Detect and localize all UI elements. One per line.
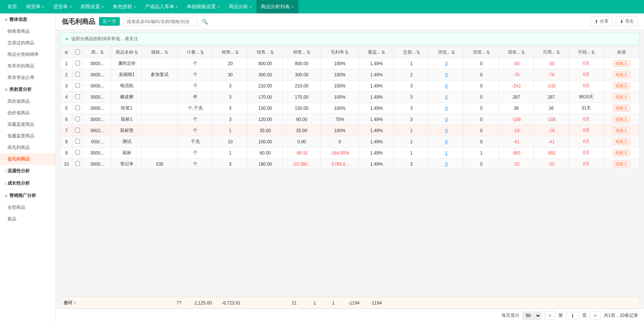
row-checkbox[interactable] (75, 161, 80, 166)
nav-item-permission[interactable]: 权限设置 × (76, 0, 108, 13)
nav-item-home[interactable]: 首页 (3, 0, 22, 13)
page-number-input[interactable] (566, 312, 579, 319)
sidebar-group-growth-analysis[interactable]: › 成长性分析 (0, 177, 55, 189)
row-coverage: 1.49% (359, 92, 394, 103)
row-spec (142, 136, 178, 147)
row-checkbox[interactable] (75, 94, 80, 99)
sidebar-group-overall[interactable]: ∨ 整体信息 (0, 13, 55, 26)
export-button[interactable]: ⬇ 导出 (616, 16, 638, 26)
sidebar-item-in-stock[interactable]: 有库存的商品 (0, 60, 55, 72)
nav-close-template[interactable]: × (217, 4, 220, 9)
sidebar-item-all-goods[interactable]: 全部商品 (0, 202, 55, 213)
col-sellable-days: 可销...⇅ (569, 47, 604, 58)
row-views1-link[interactable]: 0 (445, 128, 448, 133)
page-size-select[interactable]: 50 10 20 100 (522, 312, 541, 320)
alert-icon: ✦ (65, 36, 69, 42)
row-gross-margin: 100% (321, 58, 359, 69)
row-current-stock: -19 (499, 125, 534, 136)
share-button[interactable]: ⬆ 分享 (590, 16, 613, 26)
row-current-stock: -22 (499, 159, 534, 170)
row-sales-profit: -10,380... (283, 159, 321, 170)
sidebar-item-high-coverage[interactable]: 高覆盖度商品 (0, 119, 55, 130)
prev-page-button[interactable]: ＜ (544, 311, 555, 320)
nav-close-goods-list[interactable]: × (291, 4, 294, 9)
nav-item-goods-analysis[interactable]: 商品分析 × (224, 0, 256, 13)
row-checkbox[interactable] (75, 61, 80, 66)
row-views1-link[interactable]: 0 (445, 61, 448, 66)
sidebar-group-flow-analysis[interactable]: › 流通性分析 (0, 165, 55, 177)
row-views1-link[interactable]: 0 (445, 106, 448, 111)
sidebar-item-traded-goods[interactable]: 交易过的商品 (0, 37, 55, 49)
row-sales-qty: 3 (213, 80, 248, 92)
sort-icon-current-stock: ⇅ (521, 50, 525, 55)
row-name: 橡皮擦 (112, 92, 142, 103)
nav-item-template[interactable]: 单据模板设置 × (182, 0, 224, 13)
table-row: 20000...吴细细1参加复试个30300.00300.00100%1.49%… (61, 69, 640, 80)
row-views1-link[interactable]: 0 (445, 117, 448, 122)
sidebar-item-low-value[interactable]: 低价值商品 (0, 107, 55, 119)
row-checkbox[interactable] (75, 139, 80, 144)
row-transactions: 3 (394, 103, 429, 114)
row-views1-link[interactable]: 1 (445, 150, 448, 156)
page-label: 第 (558, 312, 563, 319)
nav-close-role[interactable]: × (134, 4, 136, 9)
sidebar-item-high-margin[interactable]: 高毛利商品 (0, 142, 55, 153)
row-checkbox[interactable] (75, 117, 80, 121)
row-code: 0000... (83, 103, 112, 114)
nav-item-sales[interactable]: 销货单 × (22, 0, 49, 13)
row-views2: 0 (464, 136, 499, 147)
next-page-button[interactable]: ＞ (590, 311, 601, 320)
date-filter-button[interactable]: 近一月 (99, 17, 120, 26)
sidebar-item-sales-goods[interactable]: 销售类商品 (0, 26, 55, 37)
search-button[interactable]: 🔍 (202, 19, 208, 25)
sidebar-item-category-rate[interactable]: 商品分类助销率 (0, 49, 55, 60)
sidebar-item-new-goods[interactable]: 新品 (0, 213, 55, 225)
nav-close-permission[interactable]: × (102, 4, 104, 9)
row-views1-link[interactable]: 0 (445, 72, 448, 77)
nav-item-purchase[interactable]: 进货单 × (49, 0, 76, 13)
nav-item-goods-analysis-list[interactable]: 商品分析列表 × (256, 0, 298, 13)
sidebar-item-stock-capital[interactable]: 库存资金占用 (0, 72, 55, 83)
nav-close-sales[interactable]: × (42, 4, 44, 9)
row-views1-link[interactable]: 0 (445, 139, 448, 144)
row-checkbox[interactable] (75, 128, 80, 133)
col-settings[interactable]: ⚙ (61, 47, 73, 58)
search-input[interactable] (124, 17, 198, 26)
select-all-checkbox[interactable] (75, 50, 80, 54)
row-sales-price: 180.00 (248, 159, 283, 170)
row-views1-link[interactable]: 0 (445, 162, 448, 167)
row-checkbox[interactable] (75, 83, 80, 88)
row-checkbox[interactable] (75, 105, 80, 110)
sort-icon-name: ⇅ (134, 50, 138, 55)
row-views1: 0 (429, 136, 464, 147)
row-checkbox[interactable] (75, 150, 80, 155)
row-unit: 个 (178, 125, 213, 136)
col-checkbox[interactable] (73, 47, 83, 58)
sidebar-item-low-margin[interactable]: 低毛利商品 (0, 153, 55, 165)
sidebar-item-low-coverage[interactable]: 低覆盖度商品 (0, 130, 55, 142)
row-tag-badge: 低收入 (613, 105, 630, 112)
footer-current-stock: -1194 (343, 300, 365, 306)
row-transactions: 3 (394, 114, 429, 125)
row-current-stock: -242 (499, 80, 534, 92)
nav-close-purchase[interactable]: × (69, 4, 71, 9)
row-gross-margin: -164.85% (321, 147, 359, 159)
nav-item-role[interactable]: 角色授权 × (108, 0, 140, 13)
row-views1-link[interactable]: 0 (445, 95, 448, 100)
settings-icon[interactable]: ⚙ (64, 50, 68, 55)
row-checkbox[interactable] (75, 72, 80, 77)
sidebar-group-class-analysis[interactable]: ∨ 类射度分析 (0, 83, 55, 96)
sidebar-group-marketing-analysis[interactable]: ∨ 营销推广分析 (0, 189, 55, 202)
row-views2: 0 (464, 92, 499, 103)
nav-item-product-entry[interactable]: 产成品入库单 × (141, 0, 182, 13)
row-views1-link[interactable]: 0 (445, 83, 448, 89)
row-gross-margin: 100% (321, 92, 359, 103)
nav-close-goods-analysis[interactable]: × (250, 4, 252, 9)
row-code: 0002... (83, 125, 112, 136)
nav-close-product-entry[interactable]: × (176, 4, 178, 9)
data-table: ⚙ 商...⇅ 商品名称⇅ 规格...⇅ (60, 47, 640, 170)
table-row: 8000/...测试千克10100.000.0001.49%100-41-410… (61, 136, 640, 147)
row-transactions: 1 (394, 125, 429, 136)
header-actions: ⬆ 分享 ⬇ 导出 (590, 16, 638, 26)
sidebar-item-high-value[interactable]: 高价值商品 (0, 96, 55, 107)
